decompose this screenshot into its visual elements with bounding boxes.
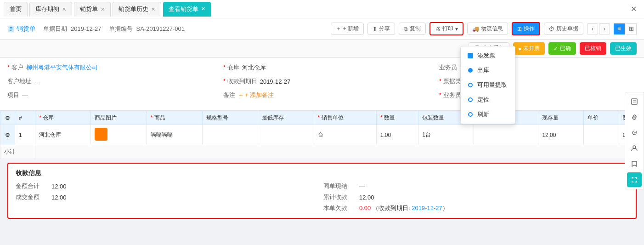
address-field: 客户地址 — <box>7 77 205 85</box>
same-order-row: 同单现结 — <box>323 182 628 190</box>
sales-order-icon <box>7 25 15 33</box>
tab-sales-order-close[interactable]: ✕ <box>101 6 105 12</box>
salesperson-label: 业务员 <box>439 63 457 72</box>
project-value: — <box>22 92 28 99</box>
cumulative-payment-label: 累计收款 <box>323 193 356 201</box>
payment-date-field: 收款到期日 2019-12-27 <box>223 77 421 85</box>
list-view-button[interactable]: ≡ <box>614 23 625 34</box>
sidebar-user-icon[interactable] <box>627 141 642 156</box>
row-warehouse: 河北仓库 <box>35 125 91 145</box>
share-button[interactable]: ⬆ 分享 <box>367 23 395 35</box>
confirm-icon: ✓ <box>554 46 558 52</box>
transaction-amount-value: 12.00 <box>51 194 67 201</box>
sidebar-bookmark-icon[interactable] <box>627 157 642 171</box>
menu-locate[interactable]: 定位 <box>461 92 515 107</box>
svg-rect-4 <box>632 99 637 104</box>
operation-dropdown: 添发票 出库 可用量提取 定位 刷新 <box>460 46 515 124</box>
svg-point-8 <box>633 146 636 148</box>
print-dropdown-arrow: ▾ <box>455 26 458 32</box>
col-seq: # <box>15 111 35 125</box>
cumulative-payment-value: 12.00 <box>359 194 374 201</box>
tab-view-sales[interactable]: 查看销货单 ✕ <box>163 2 211 17</box>
tab-inventory-close[interactable]: ✕ <box>62 6 66 12</box>
print-button[interactable]: 🖨 打印 ▾ <box>429 22 463 35</box>
row-pack-qty: 1台 <box>418 125 474 145</box>
next-button[interactable]: › <box>599 23 610 34</box>
row-spec <box>202 125 258 145</box>
payment-title: 收款信息 <box>16 169 628 177</box>
subtotal-row: 小计 <box>0 145 644 159</box>
unopened-button[interactable]: ● 未开票 <box>513 42 545 55</box>
tab-sales-history-label: 销货单历史 <box>119 5 148 13</box>
row-sales-unit: 台 <box>314 125 376 145</box>
doc-number-label: 单据编号 SA-20191227-001 <box>109 25 185 33</box>
window-close-button[interactable]: ✕ <box>627 5 640 13</box>
document-header: 销货单 单据日期 2019-12-27 单据编号 SA-20191227-001… <box>0 18 644 40</box>
subtotal-label: 小计 <box>0 145 35 159</box>
form-area: 客户 柳州粤港平安气体有限公司 仓库 河北仓库 业务员 演示账号 客户地址 — … <box>0 58 644 110</box>
total-amount-value: 12.00 <box>51 183 67 190</box>
effected-button[interactable]: 已生效 <box>610 42 637 55</box>
product-table-container: ⚙ # * 仓库 商品图片 * 商品 规格型号 最低库存 * 销售单位 * 数量… <box>0 110 644 159</box>
menu-refresh[interactable]: 刷新 <box>461 107 515 122</box>
operation-button[interactable]: ⊞ 操作 <box>512 22 540 35</box>
row-current-stock: 12.00 <box>538 125 584 145</box>
total-amount-row: 金额合计 12.00 <box>16 182 321 190</box>
tab-sales-history[interactable]: 销货单历史 ✕ <box>113 2 161 17</box>
add-note-button[interactable]: ＋ + 添加备注 <box>238 91 274 99</box>
tab-sales-history-close[interactable]: ✕ <box>151 6 155 12</box>
note-field: 备注 ＋ + 添加备注 <box>223 91 421 99</box>
share-icon: ⬆ <box>373 26 377 32</box>
col-current-stock: 现存量 <box>538 111 584 125</box>
tab-inventory-init[interactable]: 库存期初 ✕ <box>29 2 72 17</box>
unopened-icon: ● <box>518 46 521 52</box>
col-sales-unit: * 销售单位 <box>314 111 376 125</box>
sidebar-link-icon[interactable] <box>627 110 642 125</box>
prev-button[interactable]: ‹ <box>587 23 598 34</box>
payment-section: 收款信息 金额合计 12.00 成交金额 12.00 同单现结 — 累计收款 <box>7 163 637 219</box>
sidebar-expand-icon[interactable] <box>627 172 642 187</box>
row-gear[interactable]: ⚙ <box>0 125 15 145</box>
outbound-icon <box>467 67 474 74</box>
row-available <box>474 125 538 145</box>
row-min-stock <box>258 125 314 145</box>
new-button[interactable]: ＋ + 新增 <box>331 23 364 35</box>
tab-home[interactable]: 首页 <box>4 2 28 17</box>
doc-type-label: 销货单 <box>17 25 36 33</box>
grid-view-button[interactable]: ⊞ <box>626 23 637 34</box>
address-label: 客户地址 <box>7 77 31 85</box>
warehouse-field: 仓库 河北仓库 <box>223 63 421 72</box>
add-invoice-icon <box>467 52 474 59</box>
menu-add-invoice[interactable]: 添发票 <box>461 48 515 63</box>
customer-label: 客户 <box>7 63 23 72</box>
col-quantity: * 数量 <box>376 111 418 125</box>
doc-meta: 单据日期 2019-12-27 单据编号 SA-20191227-001 <box>43 25 185 33</box>
this-order-due-value: 0.00 （收款到期日: 2019-12-27） <box>359 204 448 212</box>
toolbar-right: ＋ + 新增 ⬆ 分享 ⧉ 复制 🖨 打印 ▾ 🚚 物流信息 ⊞ <box>331 22 637 35</box>
menu-available-qty[interactable]: 可用量提取 <box>461 78 515 92</box>
copy-icon: ⧉ <box>404 26 408 32</box>
col-product-img: 商品图片 <box>91 111 147 125</box>
sold-cancel-button[interactable]: 已核销 <box>580 42 606 55</box>
print-icon: 🖨 <box>435 26 441 32</box>
sidebar-edit-icon[interactable] <box>627 94 642 109</box>
payment-left: 金额合计 12.00 成交金额 12.00 <box>16 182 321 212</box>
customer-value[interactable]: 柳州粤港平安气体有限公司 <box>26 63 98 72</box>
col-min-stock: 最低库存 <box>258 111 314 125</box>
tab-view-sales-close[interactable]: ✕ <box>201 6 205 12</box>
col-gear: ⚙ <box>0 111 15 125</box>
payment-date-value: 2019-12-27 <box>260 78 291 85</box>
transaction-amount-label: 成交金额 <box>16 193 48 201</box>
locate-icon <box>467 97 474 103</box>
copy-button[interactable]: ⧉ 复制 <box>399 23 426 35</box>
menu-outbound[interactable]: 出库 <box>461 63 515 78</box>
new-icon: ＋ <box>336 25 341 33</box>
history-button[interactable]: ⏱ 历史单据 <box>544 23 583 35</box>
tab-inventory-label: 库存期初 <box>35 5 59 13</box>
logistics-button[interactable]: 🚚 物流信息 <box>467 23 508 35</box>
warehouse-label: 仓库 <box>223 63 239 72</box>
tab-sales-order[interactable]: 销货单 ✕ <box>74 2 111 17</box>
payment-grid: 金额合计 12.00 成交金额 12.00 同单现结 — 累计收款 12.00 <box>16 182 628 212</box>
confirm-button[interactable]: ✓ 已确 <box>548 42 576 55</box>
sidebar-refresh-icon[interactable] <box>627 125 642 140</box>
